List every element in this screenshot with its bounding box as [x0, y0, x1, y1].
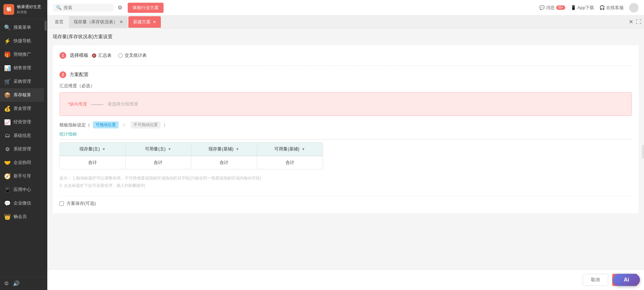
- content-area: 现存量(库存状况表)方案设置 1 选择模板 汇总表 交叉统计表: [47, 28, 644, 269]
- basic-icon: 🗂: [4, 132, 11, 139]
- member-icon: 👑: [4, 213, 11, 220]
- settings-card: 1 选择模板 汇总表 交叉统计表: [53, 45, 639, 213]
- system-icon: ⚙: [4, 146, 11, 152]
- sidebar-item-quick-nav[interactable]: ⚡ 快捷导航: [0, 34, 44, 48]
- marketing-icon: 🎁: [4, 51, 11, 58]
- section-config: 2 方案配置 汇总维度（必选） *纵向维度 —— 请选择分组维度 模板指标设定（…: [59, 71, 632, 189]
- sound-icon[interactable]: 🔊: [13, 280, 20, 287]
- enterprise-icon: 🤝: [4, 159, 11, 166]
- tab-inventory-close-icon[interactable]: ✕: [120, 20, 123, 24]
- headset-icon: 🎧: [599, 5, 605, 10]
- msg-icon: 💬: [539, 5, 545, 10]
- topbar-user[interactable]: [629, 3, 639, 13]
- sidebar-nav: 🔍 搜索菜单 ⚡ 快捷导航 🎁 营销推广 📊 销售管理 🛒 采购管理 📦: [0, 19, 44, 276]
- newcomer-icon: 🧭: [4, 173, 11, 179]
- save-label: 方案保存(可选): [67, 200, 96, 207]
- app-center-icon: 📱: [4, 186, 11, 193]
- section-template: 1 选择模板 汇总表 交叉统计表: [59, 52, 632, 59]
- tabbar: 首页 现存量（库存状况表） ✕ 新建方案 ✕ ✕ ⛶: [47, 16, 644, 28]
- stats-section: 统计指标 现存量(主) ▼ 可用量(主) ▼: [59, 131, 632, 169]
- topbar-service[interactable]: 🎧 在线客服: [599, 5, 624, 11]
- stats-cell-2: 合计: [191, 156, 257, 169]
- finance-icon: 💰: [4, 105, 11, 112]
- quick-nav-icon: ⚡: [4, 38, 11, 44]
- section1-header: 1 选择模板 汇总表 交叉统计表: [59, 52, 632, 59]
- col-header-1: 可用量(主) ▼: [126, 143, 192, 155]
- svg-rect-0: [123, 124, 124, 125]
- sidebar-item-purchase[interactable]: 🛒 采购管理: [0, 75, 44, 88]
- tab-close-btn[interactable]: ✕: [629, 19, 633, 25]
- search-input[interactable]: [64, 5, 104, 10]
- col-header-3: 可用量(基辅) ▼: [257, 143, 323, 155]
- tab-new-plan[interactable]: 新建方案 ✕: [128, 16, 161, 28]
- topbar-msg[interactable]: 💬 消息 99+: [539, 5, 565, 11]
- stats-title: 统计指标: [59, 131, 632, 140]
- stats-cell-3: 合计: [257, 156, 323, 169]
- sidebar-item-basic[interactable]: 🗂 基础信息: [0, 129, 44, 142]
- dim-arrow: ——: [91, 101, 103, 108]
- aggregate-dim-label: 汇总维度（必选）: [59, 83, 632, 89]
- sidebar-item-app-center[interactable]: 📱 应用中心: [0, 183, 44, 196]
- stats-table-header: 现存量(主) ▼ 可用量(主) ▼ 现存量(基辅) ▼: [60, 143, 323, 156]
- svg-rect-2: [123, 125, 124, 126]
- radio-cross[interactable]: [118, 53, 123, 58]
- tab-new-plan-close-icon[interactable]: ✕: [153, 20, 156, 24]
- dimension-box[interactable]: *纵向维度 —— 请选择分组维度: [59, 92, 632, 116]
- col-header-0: 现存量(主) ▼: [60, 143, 126, 155]
- topbar-right: 💬 消息 99+ 📱 App下载 🎧 在线客服: [539, 3, 639, 13]
- trial-btn[interactable]: 体验行业方案: [128, 3, 164, 13]
- ai-button[interactable]: Ai: [613, 274, 640, 286]
- save-checkbox[interactable]: [59, 201, 64, 206]
- stats-cell-0: 合计: [60, 156, 126, 169]
- inventory-icon: 📦: [4, 92, 11, 98]
- template-summary[interactable]: 汇总表: [92, 52, 112, 58]
- app-logo-icon: 畅: [3, 4, 14, 15]
- col-dropdown-1[interactable]: ▼: [168, 147, 171, 151]
- topbar-app-download[interactable]: 📱 App下载: [571, 5, 594, 11]
- sidebar-item-operations[interactable]: 📈 经营管理: [0, 115, 44, 129]
- search-icon: 🔍: [56, 5, 61, 10]
- template-radio-group: 汇总表 交叉统计表: [92, 52, 147, 58]
- sidebar-item-wechat[interactable]: 💬 企业微信: [0, 196, 44, 210]
- tab-expand-btn[interactable]: ⛶: [636, 19, 641, 25]
- col-dropdown-3[interactable]: ▼: [301, 147, 305, 151]
- tab-home[interactable]: 首页: [50, 16, 68, 28]
- settings-icon[interactable]: ⚙: [4, 280, 9, 287]
- tips-box: 提示： 1.拖动标题栏可以调整布局，不可跨维度或指标区域拖动栏目字段(只能在同一…: [59, 175, 632, 189]
- purchase-icon: 🛒: [4, 78, 11, 85]
- template-cross[interactable]: 交叉统计表: [118, 52, 147, 58]
- gear-icon[interactable]: ⚙: [118, 4, 122, 11]
- tips-title: 提示： 1.拖动标题栏可以调整布局，不可跨维度或指标区域拖动栏目字段(只能在同一…: [59, 175, 632, 182]
- col-dropdown-2[interactable]: ▼: [236, 147, 239, 151]
- indicator-settings-label: 模板指标设定（ 可拖动位置 不可拖动位置 ）: [59, 121, 632, 128]
- sidebar-item-system[interactable]: ⚙ 系统管理: [0, 142, 44, 156]
- col-dropdown-0[interactable]: ▼: [102, 147, 106, 151]
- dim-required-text: *纵向维度: [68, 101, 87, 107]
- radio-summary[interactable]: [92, 53, 96, 58]
- sidebar-item-enterprise[interactable]: 🤝 企业协同: [0, 156, 44, 169]
- right-edge-handle[interactable]: [642, 145, 644, 159]
- scrollbar-thumb: [45, 21, 47, 31]
- sidebar-item-sales[interactable]: 📊 销售管理: [0, 61, 44, 75]
- sidebar-item-search[interactable]: 🔍 搜索菜单: [0, 21, 44, 34]
- footer: 取消 查询: [47, 269, 644, 290]
- main-area: 🔍 ⚙ 体验行业方案 💬 消息 99+ 📱 App下载 🎧 在线客服: [47, 0, 644, 290]
- sidebar-item-newcomer[interactable]: 🧭 新手引导: [0, 169, 44, 183]
- col-header-2: 现存量(基辅) ▼: [191, 143, 257, 155]
- mobile-icon: 📱: [571, 5, 576, 10]
- sidebar-scrollbar[interactable]: [44, 19, 47, 276]
- sidebar-item-inventory[interactable]: 📦 库存核算: [0, 88, 44, 102]
- sidebar-item-marketing[interactable]: 🎁 营销推广: [0, 48, 44, 61]
- sidebar-item-member[interactable]: 👑 畅会员: [0, 210, 44, 223]
- tab-inventory-status[interactable]: 现存量（库存状况表） ✕: [69, 16, 128, 28]
- svg-rect-1: [124, 124, 125, 125]
- sidebar-item-finance[interactable]: 💰 资金管理: [0, 102, 44, 115]
- save-option: 方案保存(可选): [59, 196, 632, 207]
- wechat-icon: 💬: [4, 200, 11, 207]
- sales-icon: 📊: [4, 65, 11, 71]
- dim-placeholder: 请选择分组维度: [107, 101, 138, 107]
- topbar-search[interactable]: 🔍: [53, 4, 114, 11]
- cancel-button[interactable]: 取消: [583, 274, 608, 286]
- user-avatar: [629, 3, 639, 13]
- app-logo-text: 畅康通好生意 标准版: [17, 4, 41, 15]
